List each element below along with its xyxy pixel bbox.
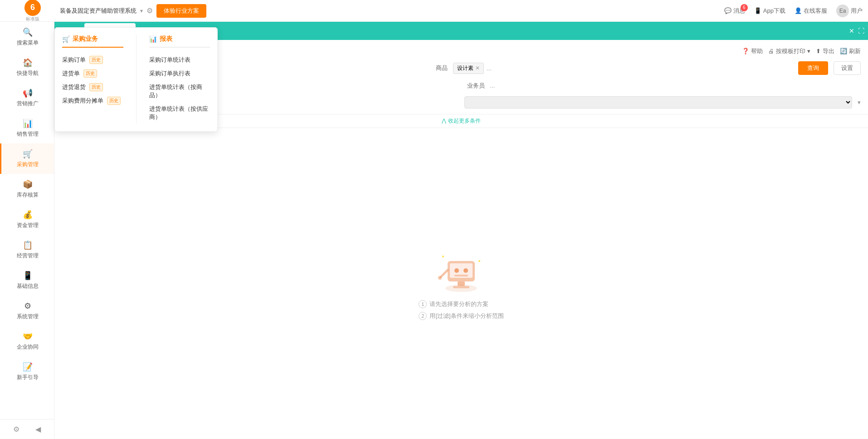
- service-icon: 👤: [795, 7, 802, 14]
- purchase-section-icon: 🛒: [62, 35, 70, 43]
- menu-item-report-2[interactable]: 进货单统计表（按商品）: [149, 80, 210, 102]
- empty-hint-2: 2 用[过滤]条件来缩小分析范围: [419, 312, 503, 320]
- message-badge: 6: [741, 4, 748, 11]
- capital-icon: 💰: [23, 210, 33, 220]
- app-download-button[interactable]: 📱 App下载: [754, 7, 785, 15]
- sidebar-item-purchase[interactable]: 🛒 采购管理: [0, 143, 54, 174]
- sidebar: 🔍 搜索菜单 🏠 快捷导航 📢 营销推广 📊 销售管理 🛒 采购管理 📦 库存核…: [0, 22, 54, 439]
- export-button[interactable]: ⬆ 导出: [816, 47, 834, 55]
- home-icon: 🏠: [23, 58, 33, 68]
- sidebar-item-label: 基础信息: [17, 282, 39, 290]
- salesperson-label: 业务员: [467, 82, 485, 90]
- refresh-icon: 🔄: [840, 48, 847, 54]
- export-icon: ⬆: [816, 48, 821, 54]
- history-badge-1: 历史: [83, 69, 97, 78]
- system-dropdown-icon[interactable]: ▾: [140, 8, 143, 14]
- history-badge-3: 历史: [107, 97, 121, 105]
- online-service-label: 在线客服: [804, 7, 827, 15]
- menu-item-label: 采购费用分摊单: [62, 97, 103, 105]
- sidebar-item-guide[interactable]: 📝 新手引导: [0, 356, 54, 387]
- menu-item-label: 进货单统计表（按供应商）: [149, 105, 210, 121]
- industry-btn[interactable]: 体验行业方案: [156, 4, 206, 18]
- tab-window-close-icon[interactable]: ✕: [849, 27, 854, 35]
- salesperson-dots[interactable]: ...: [490, 82, 495, 89]
- menu-item-label: 进货退货: [62, 83, 86, 91]
- sidebar-item-inventory[interactable]: 📦 库存核算: [0, 174, 54, 204]
- sidebar-item-label: 搜索菜单: [17, 39, 39, 47]
- svg-point-4: [463, 268, 468, 273]
- goods-tag-label: 设计素: [457, 64, 473, 72]
- sidebar-item-sales[interactable]: 📊 销售管理: [0, 113, 54, 143]
- svg-rect-7: [453, 286, 469, 288]
- sidebar-item-quick[interactable]: 🏠 快捷导航: [0, 52, 54, 83]
- message-icon: 💬: [724, 7, 731, 14]
- report-section-label: 报表: [160, 35, 172, 43]
- goods-dots[interactable]: ...: [487, 65, 492, 72]
- operations-icon: 📋: [23, 240, 33, 250]
- online-service-button[interactable]: 👤 在线客服: [795, 7, 827, 15]
- message-button[interactable]: 💬 消息 6: [724, 7, 745, 15]
- collapse-icon[interactable]: ◀: [35, 425, 41, 434]
- history-badge-2: 历史: [89, 83, 103, 91]
- topbar-right: 💬 消息 6 📱 App下载 👤 在线客服 Ea 用户: [724, 5, 863, 17]
- system-icon: ⚙: [24, 301, 31, 311]
- print-button[interactable]: 🖨 按模板打印 ▾: [768, 47, 810, 55]
- extra-select[interactable]: [464, 96, 853, 109]
- sidebar-item-label: 企业协同: [17, 343, 39, 351]
- empty-hint-1-label: 请先选择要分析的方案: [429, 300, 488, 308]
- sidebar-item-operations[interactable]: 📋 经营管理: [0, 235, 54, 265]
- menu-item-report-0[interactable]: 采购订单统计表: [149, 53, 210, 67]
- settings-bottom-icon[interactable]: ⚙: [13, 425, 20, 434]
- sidebar-item-label: 经营管理: [17, 252, 39, 260]
- goods-label: 商品: [436, 64, 448, 72]
- collapse-icon: ⋀: [442, 118, 446, 124]
- sidebar-item-marketing[interactable]: 📢 营销推广: [0, 83, 54, 113]
- menu-divider: [136, 35, 137, 124]
- svg-line-8: [441, 270, 448, 277]
- help-label: 帮助: [751, 47, 763, 55]
- query-button[interactable]: 查询: [798, 61, 828, 75]
- sidebar-item-search[interactable]: 🔍 搜索菜单: [0, 22, 54, 52]
- menu-item-expense[interactable]: 采购费用分摊单 历史: [62, 94, 123, 108]
- search-icon: 🔍: [23, 27, 33, 37]
- svg-point-9: [438, 276, 442, 280]
- svg-point-11: [478, 260, 480, 262]
- report-section-title: 📊 报表: [149, 35, 210, 48]
- menu-item-purchase-order[interactable]: 采购订单 历史: [62, 53, 123, 67]
- topbar: 6 标准版 装备及固定资产辅助管理系统 ▾ ⚙ 体验行业方案 💬 消息 6 📱 …: [0, 0, 868, 22]
- menu-item-label: 采购订单统计表: [149, 56, 190, 64]
- basic-icon: 📱: [23, 271, 33, 281]
- help-button[interactable]: ❓ 帮助: [742, 47, 763, 55]
- sidebar-item-label: 资金管理: [17, 222, 39, 229]
- sidebar-item-basic[interactable]: 📱 基础信息: [0, 265, 54, 296]
- svg-point-3: [454, 268, 459, 273]
- menu-item-goods-receipt[interactable]: 进货单 历史: [62, 67, 123, 80]
- menu-item-report-3[interactable]: 进货单统计表（按供应商）: [149, 102, 210, 124]
- history-badge-0: 历史: [89, 56, 103, 64]
- refresh-button[interactable]: 🔄 刷新: [840, 47, 861, 55]
- goods-tag-close[interactable]: ✕: [475, 65, 480, 71]
- sidebar-item-system[interactable]: ⚙ 系统管理: [0, 296, 54, 326]
- sidebar-item-enterprise[interactable]: 🤝 企业协同: [0, 326, 54, 356]
- empty-hint-2-label: 用[过滤]条件来缩小分析范围: [429, 312, 503, 320]
- topbar-settings-icon[interactable]: ⚙: [146, 6, 153, 15]
- menu-item-return[interactable]: 进货退货 历史: [62, 80, 123, 94]
- marketing-icon: 📢: [23, 88, 33, 98]
- tab-expand-icon[interactable]: ⛶: [858, 27, 864, 35]
- enterprise-icon: 🤝: [23, 331, 33, 341]
- setting-button[interactable]: 设置: [834, 61, 861, 75]
- sidebar-bottom: ⚙ ◀: [0, 419, 54, 439]
- refresh-label: 刷新: [849, 47, 861, 55]
- menu-item-report-1[interactable]: 采购订单执行表: [149, 67, 210, 80]
- extra-dropdown-icon[interactable]: ▾: [858, 99, 861, 106]
- purchase-dropdown-menu: 🛒 采购业务 采购订单 历史 进货单 历史 进货退货 历史 采购费用分摊单 历史: [54, 27, 218, 132]
- purchase-section-label: 采购业务: [73, 35, 98, 43]
- print-label: 按模板打印: [776, 47, 805, 55]
- export-label: 导出: [823, 47, 834, 55]
- user-button[interactable]: Ea 用户: [836, 5, 863, 17]
- logo-subtitle: 标准版: [26, 16, 39, 22]
- print-dropdown-icon[interactable]: ▾: [807, 48, 810, 54]
- sidebar-item-capital[interactable]: 💰 资金管理: [0, 204, 54, 235]
- sidebar-item-label: 新手引导: [17, 374, 39, 381]
- topbar-middle: 装备及固定资产辅助管理系统 ▾ ⚙ 体验行业方案: [60, 4, 724, 18]
